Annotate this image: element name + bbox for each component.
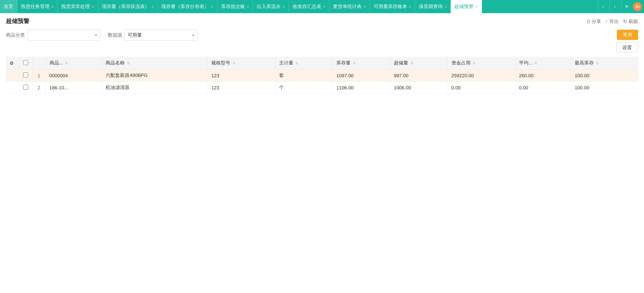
close-icon[interactable]: × <box>51 4 54 9</box>
nav-avail-stock-label: 可用量库存账本 <box>374 3 407 10</box>
table-header-row: ⚙ 商品... ⇅ 商品名称 ⇅ 规格型号 ⇅ 主计量 <box>6 57 638 70</box>
avg-column-header[interactable]: 平均... ⇅ <box>515 57 571 70</box>
chevron-down-icon: ▾ <box>95 33 97 38</box>
row-checkbox[interactable] <box>23 73 28 78</box>
row-spec-cell: 123 <box>208 82 275 94</box>
unit-column-header[interactable]: 主计量 ⇅ <box>275 57 333 70</box>
nav-avail-stock[interactable]: 可用量库存账本 × <box>370 0 415 13</box>
refresh-label: 刷新 <box>629 18 638 25</box>
maxstock-column-header[interactable]: 最高库存 ⇅ <box>571 57 638 70</box>
nav-pick-task[interactable]: 拣货任务管理 × <box>17 0 58 13</box>
nav-arrow-close[interactable]: ✕ <box>621 0 632 13</box>
nav-home-label: 首页 <box>4 3 13 10</box>
nav-inout[interactable]: 出入库流水 × <box>253 0 289 13</box>
close-icon[interactable]: × <box>92 4 94 9</box>
close-icon[interactable]: × <box>409 4 411 9</box>
nav-order-stat[interactable]: 要货单统计表 × <box>329 0 370 13</box>
nav-arrow-left[interactable]: ‹ <box>598 0 608 13</box>
nav-arrow-right[interactable]: › <box>610 0 620 13</box>
nav-stock-status[interactable]: 现存量（库存状况表） × <box>98 0 158 13</box>
topbar-right: ‹ › ✕ Ai <box>598 0 644 13</box>
settings-button[interactable]: 设置 <box>616 42 638 52</box>
capital-header-label: 资金占用 <box>451 60 471 66</box>
filter-right: 查询 设置 <box>616 30 638 52</box>
datasource-select[interactable]: 可用量 ▾ <box>124 30 198 41</box>
nav-overstock[interactable]: 超储预警 × <box>451 0 482 13</box>
nav-stock-status-label: 现存量（库存状况表） <box>102 3 150 10</box>
row-unit-cell: 个 <box>275 82 333 94</box>
maxstock-header-label: 最高库存 <box>575 60 594 66</box>
export-label: 导出 <box>609 18 619 25</box>
category-select[interactable]: ▾ <box>27 30 100 41</box>
row-over-cell: 997.00 <box>390 70 447 82</box>
sort-icon: ⇅ <box>410 61 413 65</box>
nav-expiry[interactable]: 保质期查询 × <box>415 0 451 13</box>
row-maxstock-cell: 100.00 <box>571 70 638 82</box>
row-number-cell: 1 <box>32 70 45 82</box>
row-avg-cell: 0.00 <box>515 82 571 94</box>
row-stock-cell: 1097.00 <box>333 70 390 82</box>
page-title: 超储预警 <box>6 18 29 25</box>
sort-icon: ⇅ <box>65 61 68 65</box>
stock-column-header[interactable]: 库存量 ⇅ <box>333 57 390 70</box>
nav-batch[interactable]: 库存批次账 × <box>217 0 253 13</box>
table-row: 1 0000004 六配套新昌490BPG 123 套 1097.00 997.… <box>6 70 638 82</box>
number-column-header <box>32 57 45 70</box>
nav-home[interactable]: 首页 <box>0 0 17 13</box>
over-column-header[interactable]: 超储量 ⇅ <box>390 57 447 70</box>
row-name-cell: 机油滤清器 <box>102 82 208 94</box>
close-icon[interactable]: × <box>282 4 285 9</box>
nav-pick-exception[interactable]: 拣货异常处理 × <box>58 0 98 13</box>
refresh-button[interactable]: ↻ 刷新 <box>623 18 638 25</box>
avatar-text: Ai <box>636 4 640 9</box>
share-button[interactable]: ⎙ 分享 <box>587 18 601 25</box>
page-content: 超储预警 ⎙ 分享 ↑ 导出 ↻ 刷新 商品分类 ▾ <box>0 13 644 98</box>
row-checkbox-cell[interactable] <box>19 82 32 94</box>
close-icon[interactable]: × <box>211 4 213 9</box>
over-header-label: 超储量 <box>394 60 408 66</box>
close-icon[interactable]: × <box>363 4 366 9</box>
checkbox-column-header <box>19 57 32 70</box>
sort-icon: ⇅ <box>233 61 235 65</box>
gear-column-header[interactable]: ⚙ <box>6 57 19 70</box>
code-header-label: 商品... <box>50 60 63 66</box>
row-spec-cell: 123 <box>208 70 275 82</box>
chevron-down-icon: ▾ <box>192 33 194 38</box>
nav-summary[interactable]: 收发存汇总表 × <box>289 0 329 13</box>
sort-icon: ⇅ <box>472 61 475 65</box>
row-name-cell: 六配套新昌490BPG <box>102 70 208 82</box>
close-icon[interactable]: × <box>151 4 154 9</box>
nav-overstock-label: 超储预警 <box>454 3 473 10</box>
row-maxstock-cell: 100.00 <box>571 82 638 94</box>
page-header: 超储预警 ⎙ 分享 ↑ 导出 ↻ 刷新 <box>6 18 638 25</box>
nav-batch-label: 库存批次账 <box>221 3 245 10</box>
datasource-label: 数据源 <box>108 32 122 38</box>
share-icon: ⎙ <box>587 19 590 24</box>
row-checkbox[interactable] <box>23 85 28 90</box>
nav-pick-exception-label: 拣货异常处理 <box>61 3 90 10</box>
close-icon[interactable]: × <box>247 4 249 9</box>
close-icon[interactable]: × <box>323 4 325 9</box>
select-all-checkbox[interactable] <box>23 60 28 65</box>
datasource-filter: 数据源 可用量 ▾ <box>108 30 198 41</box>
close-icon[interactable]: × <box>475 4 477 9</box>
name-column-header[interactable]: 商品名称 ⇅ <box>102 57 208 70</box>
unit-header-label: 主计量 <box>279 60 293 66</box>
sort-icon: ⇅ <box>534 61 537 65</box>
export-button[interactable]: ↑ 导出 <box>605 18 619 25</box>
category-filter: 商品分类 ▾ <box>6 30 100 41</box>
row-avg-cell: 260.00 <box>515 70 571 82</box>
nav-stock-dist[interactable]: 现存量（库存分布表） × <box>158 0 217 13</box>
row-capital-cell: 259220.00 <box>447 70 515 82</box>
sort-icon: ⇅ <box>353 61 356 65</box>
row-over-cell: 1006.00 <box>390 82 447 94</box>
spec-column-header[interactable]: 规格型号 ⇅ <box>208 57 275 70</box>
avatar[interactable]: Ai <box>633 2 642 11</box>
query-button[interactable]: 查询 <box>617 30 638 40</box>
refresh-icon: ↻ <box>623 19 627 24</box>
sort-icon: ⇅ <box>596 61 599 65</box>
code-column-header[interactable]: 商品... ⇅ <box>45 57 102 70</box>
close-icon[interactable]: × <box>444 4 447 9</box>
capital-column-header[interactable]: 资金占用 ⇅ <box>447 57 515 70</box>
row-checkbox-cell[interactable] <box>19 70 32 82</box>
